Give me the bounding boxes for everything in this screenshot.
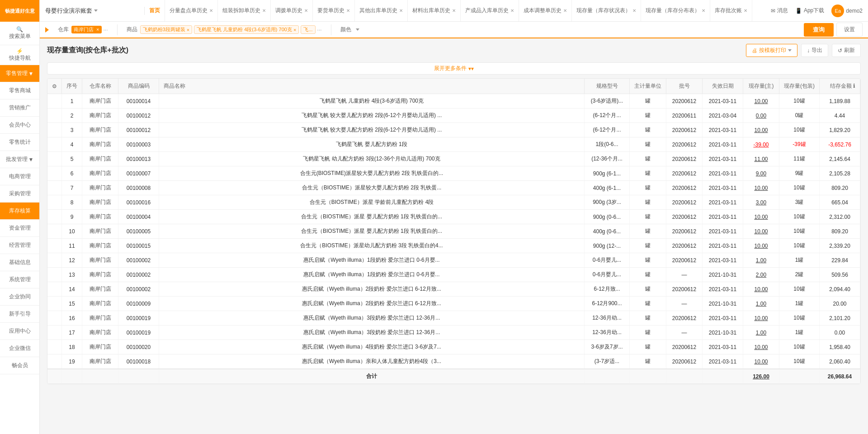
nav-tab-disassemble[interactable]: 组装拆卸单历史 ✕ [218,0,271,21]
table-row: 12 南岸门店 00100002 惠氏启赋（Wyeth illuma）1段奶粉 … [47,253,860,268]
sidebar-item-guide[interactable]: 新手引导 [0,306,39,323]
cell-qty-main[interactable]: 1.00 [743,326,779,340]
cell-settings [47,326,62,340]
sidebar-item-marketing[interactable]: 营销推广 [0,99,39,117]
sidebar-item-wechat[interactable]: 企业微信 [0,340,39,357]
message-action[interactable]: ✉ 消息 [771,7,788,14]
cell-qty-main[interactable]: 9.00 [743,166,779,181]
sidebar-item-vip[interactable]: 畅会员 [0,357,39,374]
cell-warehouse: 南岸门店 [82,268,118,282]
nav-tab-material-out[interactable]: 材料出库单历史 ✕ [408,0,461,21]
product-tag-1[interactable]: 飞鹤奶粉3段两罐装 × [140,25,193,34]
sidebar-item-ecommerce[interactable]: 电商管理 [0,168,39,185]
print-button[interactable]: 🖨 按模板打印 [746,44,797,57]
sidebar-item-cooperation[interactable]: 企业协同 [0,288,39,306]
cell-name: 飞鹤星飞帆 较大婴儿配方奶粉 2段(6-12个月婴幼儿适用) ... [159,108,585,123]
close-icon[interactable]: ✕ [346,8,350,13]
close-icon[interactable]: ✕ [209,8,213,13]
sidebar-item-appstore[interactable]: 应用中心 [0,323,39,340]
sidebar-item-retail[interactable]: 零售管理 ▼ [0,65,39,82]
sidebar-item-purchase[interactable]: 采购管理 [0,185,39,203]
app-download-action[interactable]: 📱 App下载 [795,7,824,14]
nav-tab-cost-adjust[interactable]: 成本调整单历史 ✕ [519,0,572,21]
tab-warehouse[interactable]: 仓库 南岸门店 × ··· [52,22,113,38]
cell-qty-main[interactable]: 10.00 [743,210,779,224]
warehouse-more[interactable]: ··· [104,27,108,33]
product-tag-2[interactable]: 飞鹤星飞帆 儿童奶粉 4段(3-6岁适用) 700克 × [194,25,299,34]
warehouse-tag-close[interactable]: × [96,27,99,32]
product-more[interactable]: ··· [317,27,322,33]
set-button[interactable]: 设置 [836,23,863,37]
cell-qty-main[interactable]: -39.00 [743,137,779,152]
query-button[interactable]: 查询 [804,23,834,37]
cell-qty-main[interactable]: 10.00 [743,340,779,354]
nav-tab-split[interactable]: 分量盘点单历史 ✕ [165,0,218,21]
cell-qty-main[interactable]: 10.00 [743,354,779,369]
sidebar-search[interactable]: 🔍 搜索菜单 [0,22,39,45]
nav-tab-product-in[interactable]: 产成品入库单历史 ✕ [461,0,519,21]
close-icon[interactable]: ✕ [510,8,514,13]
company-selector[interactable]: 母婴行业演示账套 [45,7,145,15]
tab-product[interactable]: 商品 飞鹤奶粉3段两罐装 × 飞鹤星飞帆 儿童奶粉 4段(3-6岁适用) 700… [121,22,327,38]
expand-arrow[interactable] [45,27,49,33]
sidebar-item-operation[interactable]: 经营管理 [0,237,39,254]
export-button[interactable]: ↓ 导出 [801,44,828,57]
sidebar-item-member[interactable]: 会员中心 [0,117,39,134]
sidebar-item-shop[interactable]: 零售商城 [0,82,39,99]
nav-tab-request[interactable]: 要货单历史 ✕ [313,0,355,21]
product-tag-1-close[interactable]: × [187,27,189,33]
cell-qty-main[interactable]: 2.00 [743,268,779,282]
cell-amount: 2,101.20 [820,311,860,326]
col-settings-header[interactable]: ⚙ [47,79,62,94]
close-icon[interactable]: ✕ [399,8,403,13]
sidebar-item-basic[interactable]: 基础信息 [0,254,39,271]
cell-qty-main[interactable]: 10.00 [743,224,779,239]
cell-expire: 2021-03-11 [703,123,743,137]
expand-more-btn[interactable]: 展开更多条件 ▾▾ [47,62,861,75]
cell-qty-main[interactable]: 10.00 [743,123,779,137]
cell-qty-pack: 11罐 [779,152,820,166]
cell-qty-main[interactable]: 10.00 [743,282,779,297]
close-icon[interactable]: ✕ [632,8,636,13]
cell-qty-main[interactable]: 10.00 [743,181,779,195]
warehouse-tag[interactable]: 南岸门店 × [71,26,102,33]
col-qty-main-header: 现存量(主) [743,79,779,94]
close-icon[interactable]: ✕ [452,8,456,13]
product-tag-2-close[interactable]: × [293,27,296,33]
nav-tab-other-out[interactable]: 其他出库单历史 ✕ [355,0,408,21]
cell-code: 00100012 [118,123,159,137]
sidebar-item-system[interactable]: 系统管理 [0,271,39,288]
nav-tab-stock-dist[interactable]: 现存量（库存分布表） ✕ [641,0,710,21]
sidebar-item-inventory[interactable]: 库存核算 [0,203,39,220]
close-icon[interactable]: ✕ [744,8,747,13]
refresh-button[interactable]: ↺ 刷新 [832,44,861,57]
cell-qty-main[interactable]: 10.00 [743,94,779,108]
nav-tab-pick[interactable]: 调拨单历史 ✕ [271,0,313,21]
cell-warehouse: 南岸门店 [82,253,118,268]
cell-settings [47,137,62,152]
cell-qty-main[interactable]: 10.00 [743,311,779,326]
cell-qty-main[interactable]: 3.00 [743,195,779,210]
col-unit-header: 主计量单位 [630,79,666,94]
cell-qty-main[interactable]: 1.00 [743,253,779,268]
close-icon[interactable]: ✕ [262,8,266,13]
nav-tab-stock-status[interactable]: 现存量（库存状况表） ✕ [572,0,641,21]
sidebar-item-stats[interactable]: 零售统计 [0,134,39,151]
cell-num: 12 [62,253,82,268]
sidebar-item-wholesale[interactable]: 批发管理 ▼ [0,151,39,168]
cell-qty-main[interactable]: 10.00 [743,239,779,253]
user-action[interactable]: Ea demo2 [831,5,863,17]
nav-tab-home[interactable]: 首页 [145,0,165,21]
cell-qty-main[interactable]: 11.00 [743,152,779,166]
close-icon[interactable]: ✕ [702,8,705,13]
cell-qty-main[interactable]: 1.00 [743,297,779,311]
sidebar-item-finance[interactable]: 资金管理 [0,220,39,237]
nav-tab-batch-ledger[interactable]: 库存批次账 ✕ [710,0,752,21]
cell-qty-main[interactable]: 0.00 [743,108,779,123]
cell-num: 3 [62,123,82,137]
close-icon[interactable]: ✕ [304,8,308,13]
tab-color[interactable]: 颜色 [335,22,365,38]
close-icon[interactable]: ✕ [563,8,567,13]
cell-unit: 罐 [630,239,666,253]
sidebar-quick-nav[interactable]: ⚡ 快捷导航 [0,45,39,65]
